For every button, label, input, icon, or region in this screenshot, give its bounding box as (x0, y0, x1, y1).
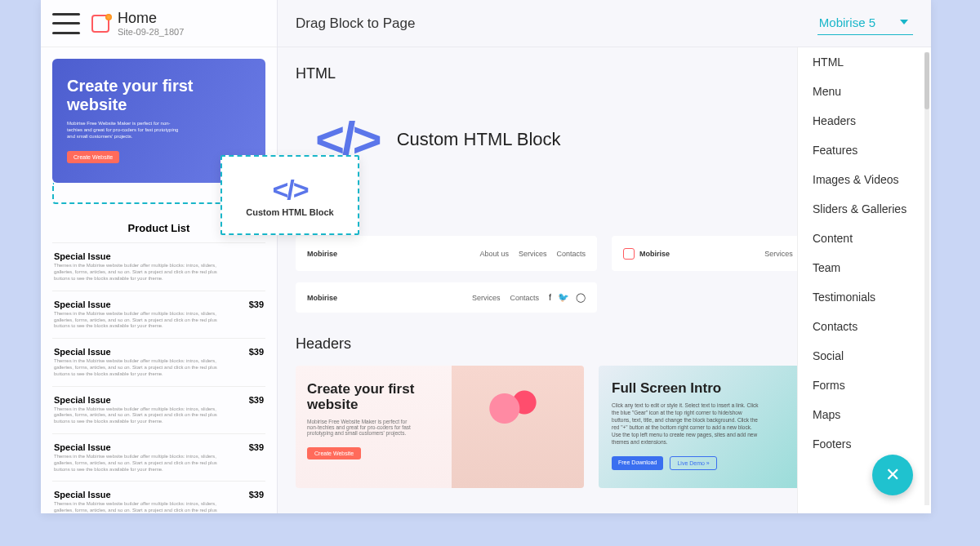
custom-html-block-title: Custom HTML Block (397, 129, 561, 150)
category-item[interactable]: Sliders & Galleries (798, 194, 931, 224)
menu-link: Services (519, 250, 547, 258)
menu-link: Contacts (510, 294, 539, 302)
preview-scroll[interactable]: Create your first website Mobirise Free … (41, 47, 277, 513)
instagram-icon: ◯ (576, 292, 586, 303)
scrollbar-thumb[interactable] (924, 52, 929, 109)
item-desc: Themes in the Mobirise website builder o… (54, 311, 217, 330)
category-item[interactable]: Headers (798, 106, 931, 135)
item-price: $39 (249, 442, 264, 452)
close-icon: ✕ (885, 464, 900, 486)
header-card-image (452, 366, 585, 488)
item-price: $39 (249, 395, 264, 405)
hero-title: Create your first website (67, 77, 251, 114)
item-price: $39 (249, 490, 264, 499)
menu-link: About us (479, 250, 509, 258)
header-card-title: Create your first website (307, 382, 440, 412)
menu-links: About us Services Contacts (479, 250, 586, 258)
category-item[interactable]: Social (798, 341, 931, 371)
scrollbar[interactable] (924, 52, 929, 505)
logo-icon (623, 248, 635, 260)
menu-icon[interactable] (52, 13, 80, 34)
header-card-button[interactable]: Free Download (612, 456, 663, 470)
preview-product-item[interactable]: Special Issue$39Themes in the Mobirise w… (52, 338, 265, 385)
category-item[interactable]: Contacts (798, 312, 931, 341)
menu-block-card[interactable]: Mobirise Services Contacts f 🐦 ◯ (296, 282, 597, 313)
header-card-desc: Mobirise Free Website Maker is perfect f… (307, 419, 413, 436)
category-item[interactable]: Footers (798, 429, 931, 459)
item-price: $39 (249, 300, 264, 309)
item-title: Special Issue (54, 251, 111, 261)
blocks-panel: Drag Block to Page Mobirise 5 HTML </> C… (278, 0, 931, 513)
page-title: Home (118, 10, 184, 27)
item-title: Special Issue (54, 442, 111, 452)
menu-brand: Mobirise (623, 248, 670, 260)
item-desc: Themes in the Mobirise website builder o… (54, 501, 217, 513)
site-name: Site-09-28_1807 (118, 27, 184, 37)
category-item[interactable]: Team (798, 253, 931, 282)
page-preview-pane: Home Site-09-28_1807 Create your first w… (41, 0, 278, 513)
item-desc: Themes in the Mobirise website builder o… (54, 263, 217, 282)
preview-product-item[interactable]: Special Issue$39Themes in the Mobirise w… (52, 433, 265, 481)
menu-link: Services (764, 250, 793, 258)
header-card-cta[interactable]: Create Website (307, 447, 361, 459)
item-price: $39 (249, 347, 264, 357)
menu-link: Services (472, 294, 501, 302)
preview-product-item[interactable]: Special Issue$39Themes in the Mobirise w… (52, 291, 265, 338)
header-block-card[interactable]: Create your first website Mobirise Free … (296, 366, 584, 488)
close-panel-button[interactable]: ✕ (872, 455, 913, 495)
item-desc: Themes in the Mobirise website builder o… (54, 454, 217, 473)
item-title: Special Issue (54, 347, 111, 357)
category-list-pane: HTMLMenuHeadersFeaturesImages & VideosSl… (797, 47, 931, 513)
theme-select[interactable]: Mobirise 5 (817, 12, 913, 35)
social-icons: f 🐦 ◯ (549, 292, 586, 303)
preview-product-item[interactable]: Special IssueThemes in the Mobirise webs… (52, 242, 265, 290)
hero-desc: Mobirise Free Website Maker is perfect f… (67, 121, 181, 140)
category-item[interactable]: Content (798, 224, 931, 253)
item-title: Special Issue (54, 395, 111, 405)
menu-brand: Mobirise (307, 294, 337, 302)
menu-block-card[interactable]: Mobirise About us Services Contacts (296, 236, 597, 271)
category-item[interactable]: HTML (798, 47, 931, 77)
preview-product-item[interactable]: Special Issue$39Themes in the Mobirise w… (52, 481, 265, 513)
blocks-panel-header: Drag Block to Page Mobirise 5 (278, 0, 931, 47)
twitter-icon: 🐦 (558, 292, 569, 303)
facebook-icon: f (549, 292, 551, 303)
item-desc: Themes in the Mobirise website builder o… (54, 406, 217, 425)
preview-product-item[interactable]: Special Issue$39Themes in the Mobirise w… (52, 386, 265, 433)
category-item[interactable]: Images & Videos (798, 165, 931, 194)
menu-brand: Mobirise (307, 250, 337, 258)
item-title: Special Issue (54, 490, 111, 499)
code-icon: </> (272, 174, 307, 206)
header-card-button[interactable]: Live Demo » (670, 456, 716, 470)
header-card-desc: Click any text to edit or style it. Sele… (612, 402, 759, 446)
category-item[interactable]: Forms (798, 371, 931, 400)
dragging-block-ghost[interactable]: </> Custom HTML Block (220, 155, 359, 235)
app-logo-icon (91, 15, 109, 33)
theme-select-label: Mobirise 5 (819, 16, 875, 29)
category-item[interactable]: Menu (798, 77, 931, 106)
hero-cta-button[interactable]: Create Website (67, 151, 119, 163)
dragging-block-label: Custom HTML Block (246, 207, 333, 217)
app-header: Home Site-09-28_1807 (41, 0, 277, 47)
menu-link: Contacts (556, 250, 586, 258)
menu-links: Services Contacts f 🐦 ◯ (472, 292, 586, 303)
chevron-down-icon (900, 20, 908, 24)
category-item[interactable]: Testimonials (798, 282, 931, 312)
item-desc: Themes in the Mobirise website builder o… (54, 358, 217, 377)
category-item[interactable]: Maps (798, 400, 931, 429)
category-item[interactable]: Features (798, 135, 931, 165)
drag-block-title: Drag Block to Page (296, 16, 415, 32)
item-title: Special Issue (54, 300, 111, 309)
